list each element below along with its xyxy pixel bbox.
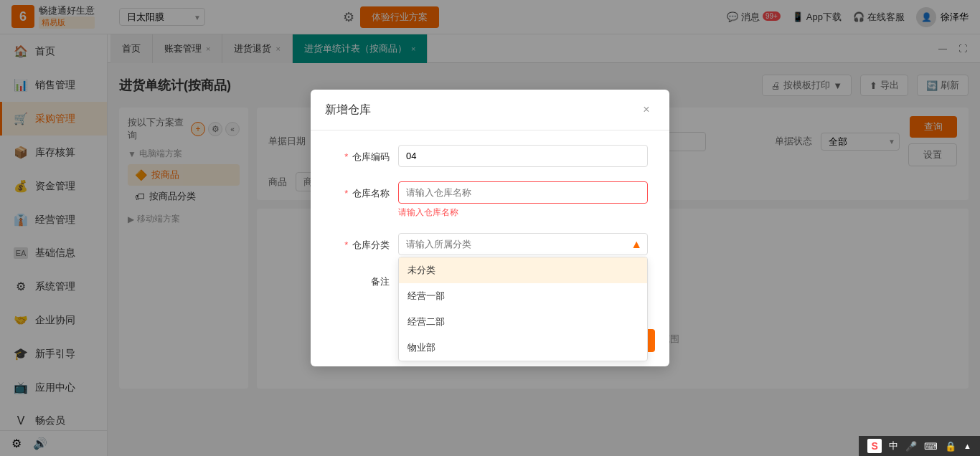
category-input-wrap: ▲ [398, 233, 648, 255]
form-row-name: * 仓库名称 请输入仓库名称 [332, 181, 648, 219]
ime-language-icon[interactable]: 中 [889, 440, 898, 452]
dropdown-item-dept2[interactable]: 经营二部 [399, 309, 647, 335]
modal-body: * 仓库编码 * 仓库名称 请输入仓库名称 [311, 130, 669, 320]
lock-icon[interactable]: 🔒 [945, 441, 956, 452]
warehouse-category-input[interactable] [398, 233, 648, 255]
warehouse-name-input[interactable] [398, 181, 648, 204]
ime-logo-icon: S [867, 439, 882, 453]
arrow-up-icon[interactable]: ▲ [963, 442, 971, 450]
dropdown-item-dept3[interactable]: 物业部 [399, 335, 647, 361]
bottom-bar: S 中 🎤 ⌨ 🔒 ▲ [859, 436, 980, 456]
remark-label: 备注 [332, 270, 390, 288]
modal-close-button[interactable]: × [638, 101, 655, 118]
warehouse-code-input[interactable] [398, 145, 648, 167]
dropdown-item-uncategorized[interactable]: 未分类 [399, 257, 647, 283]
warehouse-code-label: * 仓库编码 [332, 145, 390, 163]
dropdown-item-dept1[interactable]: 经营一部 [399, 283, 647, 309]
microphone-icon[interactable]: 🎤 [905, 441, 917, 452]
modal-header: 新增仓库 × [311, 90, 669, 130]
warehouse-name-error: 请输入仓库名称 [398, 206, 648, 219]
required-star-name: * [344, 188, 348, 199]
required-star-category: * [344, 239, 348, 250]
warehouse-category-control: ▲ 未分类 经营一部 经营二部 物业部 [398, 233, 648, 255]
form-row-code: * 仓库编码 [332, 145, 648, 167]
modal-dialog: 新增仓库 × * 仓库编码 * 仓库名称 [311, 90, 669, 366]
category-toggle-icon[interactable]: ▲ [631, 238, 642, 251]
warehouse-category-label: * 仓库分类 [332, 233, 390, 252]
keyboard-icon[interactable]: ⌨ [924, 441, 938, 452]
modal-overlay: 新增仓库 × * 仓库编码 * 仓库名称 [0, 0, 980, 456]
modal-title: 新增仓库 [325, 103, 371, 118]
category-dropdown: 未分类 经营一部 经营二部 物业部 [398, 257, 648, 361]
warehouse-name-label: * 仓库名称 [332, 181, 390, 200]
required-star-code: * [344, 151, 348, 162]
form-row-category: * 仓库分类 ▲ 未分类 经营一部 经营二部 物业部 [332, 233, 648, 255]
warehouse-name-control: 请输入仓库名称 [398, 181, 648, 219]
warehouse-code-control [398, 145, 648, 167]
